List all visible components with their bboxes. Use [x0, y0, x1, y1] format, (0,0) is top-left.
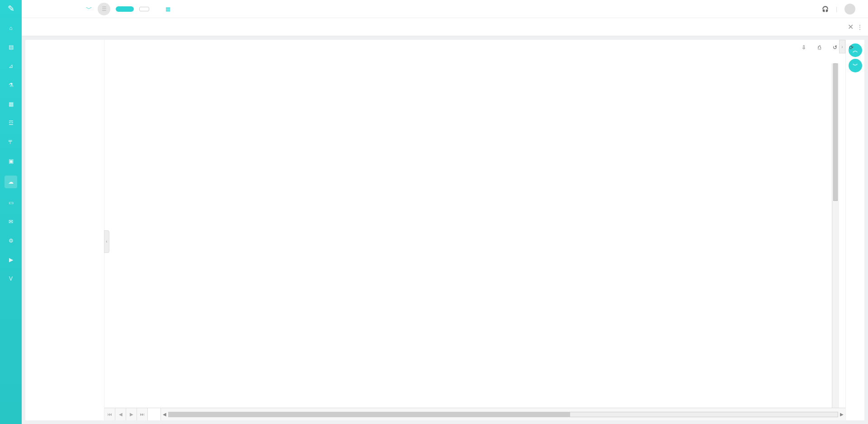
- app-logo: ✎: [8, 4, 14, 14]
- bag-icon[interactable]: ⚗: [6, 81, 15, 90]
- tabs-row: ✕ ⋮: [22, 18, 868, 36]
- report-icon[interactable]: ☲: [6, 119, 15, 128]
- sheet-nav-next[interactable]: ▶: [126, 408, 137, 420]
- refresh-button[interactable]: ⟳: [849, 44, 855, 51]
- sheet-expand-handle[interactable]: ›: [839, 40, 845, 53]
- year-rail: ︽ ︾: [845, 40, 864, 420]
- chart-icon[interactable]: ⊿: [6, 62, 15, 71]
- workspace-button[interactable]: [116, 6, 134, 12]
- video-icon[interactable]: ▶: [6, 255, 15, 264]
- headset-icon: 🎧: [822, 6, 829, 12]
- sheet-nav-prev[interactable]: ◀: [115, 408, 126, 420]
- home-icon[interactable]: ⌂: [6, 24, 15, 33]
- stamp-icon[interactable]: 〒: [6, 138, 15, 147]
- sheet-tab[interactable]: [148, 408, 161, 420]
- scroll-right-icon[interactable]: ▶: [840, 412, 844, 417]
- horizontal-scrollbar[interactable]: ◀ ▶: [161, 408, 845, 420]
- close-all-tabs-icon[interactable]: ✕: [848, 23, 854, 31]
- sheet-nav-last[interactable]: ⏭: [137, 408, 148, 420]
- doc-icon[interactable]: ▤: [6, 43, 15, 52]
- inbox-icon[interactable]: ✉: [6, 217, 15, 226]
- tax-icon[interactable]: ☁: [5, 176, 17, 188]
- chevron-down-icon: ﹀: [86, 5, 92, 13]
- refresh-icon: ⟳: [849, 44, 854, 51]
- switch-old-button[interactable]: [139, 7, 149, 11]
- wallet-icon[interactable]: ▣: [6, 157, 15, 166]
- settings-icon[interactable]: ⚙: [6, 236, 15, 245]
- archive-icon[interactable]: ▭: [6, 198, 15, 207]
- topbar: ﹀ ☰ ▦ 🎧 |: [22, 0, 868, 18]
- calendar-icon[interactable]: ▦: [165, 6, 170, 12]
- consult-link[interactable]: 🎧: [822, 6, 829, 12]
- year-scroll-down[interactable]: ︾: [849, 59, 862, 72]
- avatar[interactable]: [844, 4, 855, 14]
- vertical-scrollbar[interactable]: [832, 63, 839, 408]
- left-nav-rail: ✎ ⌂ ▤ ⊿ ⚗ ▦ ☲ 〒 ▣ ☁ ▭ ✉ ⚙ ▶ V: [0, 0, 22, 424]
- scroll-left-icon[interactable]: ◀: [163, 412, 166, 417]
- tax-type-selector[interactable]: ﹀: [27, 5, 92, 13]
- sheet-nav-first[interactable]: ⏮: [104, 408, 115, 420]
- sheet-tabs: ⏮ ◀ ▶ ⏭ ◀ ▶: [104, 408, 845, 420]
- form-list-sidebar: [25, 40, 104, 420]
- spreadsheet[interactable]: [104, 63, 845, 408]
- tabs-menu-icon[interactable]: ⋮: [857, 24, 863, 30]
- clipboard-icon[interactable]: ▦: [6, 100, 15, 109]
- list-toggle-button[interactable]: ☰: [98, 3, 110, 15]
- v-icon[interactable]: V: [6, 274, 15, 283]
